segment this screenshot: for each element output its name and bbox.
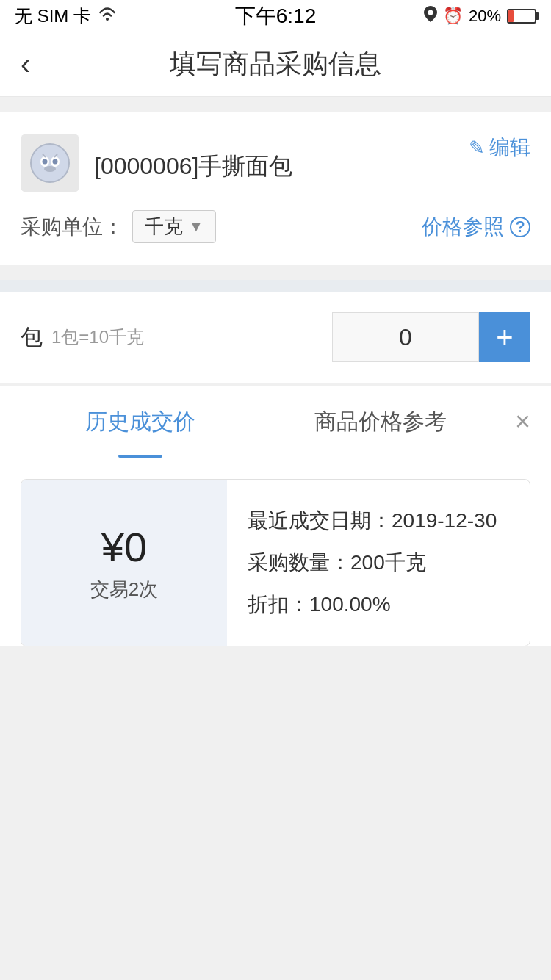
tabs-section: 历史成交价 商品价格参考 × ¥0 交易2次 最近成交日期：2019-12-30	[0, 386, 551, 646]
discount-label: 折扣：	[248, 593, 309, 616]
price-card-right: 最近成交日期：2019-12-30 采购数量：200千克 折扣：100.00%	[227, 480, 530, 646]
unit-label: 采购单位：	[21, 213, 123, 241]
date-value: 2019-12-30	[392, 509, 497, 532]
location-icon	[424, 6, 437, 26]
price-ref-button[interactable]: 价格参照 ?	[422, 213, 530, 241]
product-thumbnail	[21, 134, 79, 192]
price-card-left: ¥0 交易2次	[21, 480, 227, 646]
help-text: ?	[515, 217, 525, 237]
status-bar: 无 SIM 卡 下午6:12 ⏰ 20%	[0, 0, 551, 32]
quantity-input[interactable]	[332, 312, 479, 362]
svg-point-5	[43, 159, 48, 165]
svg-point-7	[44, 166, 56, 172]
quantity-unit-hint: 1包=10千克	[51, 325, 144, 349]
svg-point-0	[106, 18, 109, 21]
tabs-header: 历史成交价 商品价格参考 ×	[0, 386, 551, 458]
quantity-row: 包 1包=10千克 +	[0, 292, 551, 383]
quantity-input-group: +	[332, 312, 530, 362]
back-button[interactable]: ‹	[21, 48, 30, 81]
price-amount: 0	[124, 524, 147, 570]
alarm-icon: ⏰	[443, 7, 463, 26]
tab-product-price-ref[interactable]: 商品价格参考	[260, 386, 500, 458]
date-label: 最近成交日期：	[248, 509, 392, 532]
battery-icon	[507, 9, 536, 24]
quantity-value: 200千克	[350, 551, 426, 574]
nav-bar: ‹ 填写商品采购信息	[0, 32, 551, 97]
wifi-icon	[97, 6, 118, 26]
main-content: 无 SIM 卡 下午6:12 ⏰ 20%	[0, 0, 551, 948]
unit-left: 采购单位： 千克 ▼	[21, 210, 216, 243]
tab-history-price-label: 历史成交价	[85, 409, 195, 433]
tab-close-button[interactable]: ×	[500, 386, 530, 458]
edit-button[interactable]: ✎ 编辑	[469, 134, 530, 162]
unit-select-dropdown[interactable]: 千克 ▼	[132, 210, 216, 243]
price-ref-label: 价格参照	[422, 213, 504, 241]
discount-value: 100.00%	[309, 593, 391, 616]
svg-point-1	[428, 10, 433, 15]
price-display: ¥0	[101, 523, 147, 571]
svg-point-6	[53, 159, 58, 165]
product-header: [0000006]手撕面包 ✎ 编辑	[21, 134, 530, 192]
price-card: ¥0 交易2次 最近成交日期：2019-12-30 采购数量：200千克 折扣：…	[21, 479, 530, 646]
unit-value: 千克	[145, 214, 183, 239]
edit-icon: ✎	[469, 137, 485, 159]
page-title: 填写商品采购信息	[170, 46, 381, 82]
product-section: [0000006]手撕面包 ✎ 编辑 采购单位： 千克 ▼ 价格参照 ?	[0, 112, 551, 265]
product-name: [0000006]手撕面包	[94, 143, 292, 183]
price-detail-discount: 折扣：100.00%	[248, 590, 509, 619]
quantity-unit-badge: 包	[21, 323, 43, 353]
status-left: 无 SIM 卡	[15, 4, 118, 28]
price-trade-count: 交易2次	[90, 577, 158, 602]
tab-history-price[interactable]: 历史成交价	[21, 386, 260, 458]
price-detail-quantity: 采购数量：200千克	[248, 548, 509, 577]
quantity-plus-button[interactable]: +	[479, 312, 530, 362]
edit-label: 编辑	[489, 134, 530, 162]
product-left: [0000006]手撕面包	[21, 134, 292, 192]
quantity-label: 采购数量：	[248, 551, 350, 574]
quantity-unit-info: 包 1包=10千克	[21, 323, 144, 353]
price-ref-help-icon: ?	[510, 217, 530, 237]
price-currency: ¥	[101, 524, 124, 570]
status-time: 下午6:12	[235, 2, 317, 30]
battery-percent: 20%	[469, 7, 501, 26]
product-unit-row: 采购单位： 千克 ▼ 价格参照 ?	[21, 210, 530, 243]
price-detail-date: 最近成交日期：2019-12-30	[248, 506, 509, 535]
svg-point-2	[31, 144, 69, 182]
tab-active-line	[118, 455, 162, 458]
tab-product-price-ref-label: 商品价格参考	[314, 409, 447, 433]
carrier-text: 无 SIM 卡	[15, 4, 91, 28]
section-divider	[0, 280, 551, 292]
dropdown-icon: ▼	[189, 218, 204, 235]
status-right: ⏰ 20%	[424, 6, 536, 26]
